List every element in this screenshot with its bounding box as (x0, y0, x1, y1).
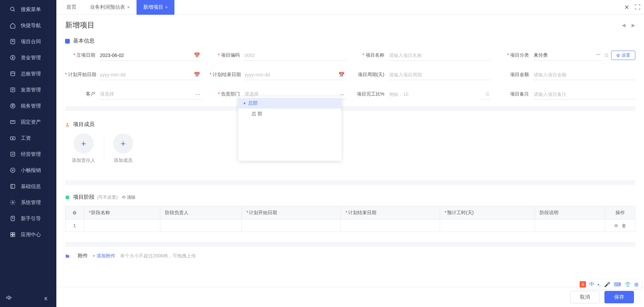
text-input[interactable] (533, 89, 635, 100)
sidebar-item-funds[interactable]: 资金管理 (0, 50, 56, 66)
close-icon[interactable]: ✕ (624, 4, 629, 11)
dropdown-item-child[interactable]: 总 部 (238, 109, 341, 119)
th-end: *计划结束日期 (341, 206, 440, 220)
sidebar-item-tax[interactable]: 税务管理 (0, 98, 56, 114)
add-owner-button[interactable]: + (73, 133, 94, 154)
tab-profit[interactable]: 业务利润预估表× (83, 0, 137, 15)
label: 项目金额 (499, 72, 529, 78)
next-icon[interactable]: ▶ (632, 22, 635, 28)
field-remark: 项目备注 (499, 89, 635, 100)
ime-toolbox-icon[interactable]: ⊞ (634, 282, 639, 288)
tab-close-icon[interactable]: × (127, 5, 130, 10)
footer: 取消 保存 (56, 287, 644, 307)
sidebar-item-expense[interactable]: 小畅报销 (0, 162, 56, 178)
sidebar-search[interactable]: 搜索菜单 (0, 0, 56, 17)
more-icon[interactable]: ⋯ (195, 91, 200, 97)
sidebar-item-operation[interactable]: 经营管理 (0, 146, 56, 162)
collapse-icon[interactable] (44, 296, 50, 302)
ime-mic-icon[interactable]: 🎤 (604, 282, 610, 288)
file-icon (9, 38, 16, 45)
date-input[interactable]: yyyy-mm-dd📅 (244, 69, 346, 80)
expense-icon (9, 167, 16, 174)
select-input[interactable]: 未分类﹀？⃝ (533, 50, 602, 61)
section-attach: 附件 + 添加附件 单个大小不超过200MB，可拖拽上传 (65, 242, 635, 265)
text-input[interactable] (533, 69, 635, 80)
help-icon[interactable]: ？⃝ (486, 91, 489, 97)
dept-dropdown: ▼ 总部 总 部 (238, 97, 341, 161)
invoice-icon (9, 86, 16, 93)
date-input[interactable]: yyyy-mm-dd📅 (99, 69, 202, 80)
sidebar-item-salary[interactable]: 工资 (0, 130, 56, 146)
prev-icon[interactable]: ◀ (622, 22, 626, 28)
fullscreen-icon[interactable]: ⛶ (635, 4, 641, 11)
add-attachment-button[interactable]: + 添加附件 (93, 253, 115, 259)
sidebar-label: 资金管理 (21, 55, 41, 61)
label: *项目编码 (210, 52, 240, 58)
clear-button[interactable]: ⟲ 清除 (122, 194, 136, 200)
tab-home[interactable]: 首页 (60, 0, 83, 15)
help-icon[interactable]: ？⃝ (605, 52, 608, 58)
sidebar-item-invoice[interactable]: 发票管理 (0, 82, 56, 98)
sidebar-item-system[interactable]: 系统管理 (0, 194, 56, 210)
section-icon (65, 39, 70, 44)
sidebar-item-assets[interactable]: 固定资产 (0, 114, 56, 130)
save-button[interactable]: 保存 (604, 291, 634, 303)
tab-newproject[interactable]: 新增项目× (137, 0, 175, 15)
ime-cn-icon[interactable]: 中 (589, 281, 594, 288)
ime-logo-icon[interactable]: S (580, 281, 586, 288)
add-member-button[interactable]: + (113, 133, 133, 154)
sidebar-label: 基础信息 (21, 183, 41, 190)
settings-button[interactable]: ⚙设置 (611, 51, 635, 60)
cell-owner[interactable] (160, 220, 241, 232)
sidebar-item-contract[interactable]: 项目合同 (0, 34, 56, 50)
caret-down-icon: ▼ (243, 102, 246, 105)
add-label: 添加责任人 (72, 158, 95, 164)
text-input[interactable]: ？⃝ (388, 89, 491, 100)
calendar-icon[interactable]: 📅 (338, 72, 345, 78)
settings-icon[interactable] (6, 296, 13, 302)
sidebar-item-guide[interactable]: 新手引导 (0, 210, 56, 227)
sidebar-item-ledger[interactable]: 总账管理 (0, 66, 56, 82)
select-input[interactable]: 请选择⋯ (99, 89, 202, 100)
sidebar-label: 应用中心 (21, 232, 41, 238)
calendar-icon[interactable]: 📅 (194, 52, 200, 58)
sidebar-label: 快捷导航 (21, 22, 41, 29)
field-plan-start: *计划开始日期 yyyy-mm-dd📅 (65, 69, 202, 80)
cell-desc[interactable] (535, 220, 605, 232)
text-input[interactable] (388, 50, 491, 61)
sidebar-label: 工资 (21, 135, 31, 141)
svg-point-26 (67, 123, 68, 125)
sidebar-item-apps[interactable]: 应用中心 (0, 227, 56, 243)
sidebar-label: 小畅报销 (21, 167, 41, 174)
field-proj-name: *项目名称 (354, 50, 491, 61)
cell-start[interactable] (241, 220, 340, 232)
divider (104, 135, 104, 162)
th-action: 操作 (605, 206, 635, 220)
date-input[interactable]: 2023-06-02📅 (99, 50, 202, 61)
sidebar-item-quicknav[interactable]: 快捷导航 (0, 17, 56, 34)
text-input[interactable] (388, 69, 491, 80)
add-row-icon[interactable]: ⊕ (614, 223, 618, 228)
ime-keyboard-icon[interactable]: ⌨ (614, 282, 621, 288)
ime-skin-icon[interactable]: 👕 (625, 282, 631, 288)
attach-hint: 单个大小不超过200MB，可拖拽上传 (120, 253, 196, 259)
sidebar-label: 经营管理 (21, 151, 41, 158)
cell-end[interactable] (341, 220, 440, 232)
svg-rect-6 (11, 72, 15, 76)
cell-name[interactable] (84, 220, 160, 232)
cancel-button[interactable]: 取消 (570, 291, 600, 303)
delete-row-icon[interactable]: 🗑 (622, 223, 626, 228)
ime-punct-icon[interactable]: •, (598, 282, 601, 287)
th-gear[interactable]: ⚙ (65, 206, 84, 220)
calendar-icon[interactable]: 📅 (194, 72, 200, 78)
text-input[interactable] (244, 50, 346, 61)
svg-line-1 (13, 10, 15, 11)
page-header: 新增项目 ◀ ▶ (56, 15, 644, 36)
page-title: 新增项目 (65, 20, 95, 30)
sidebar-item-basedata[interactable]: 基础信息 (0, 178, 56, 194)
label: 项目完工比% (354, 91, 384, 97)
tab-close-icon[interactable]: × (165, 5, 168, 10)
cell-hours[interactable] (440, 220, 535, 232)
dropdown-item-parent[interactable]: ▼ 总部 (238, 98, 341, 109)
table-row[interactable]: 1 ⊕ 🗑 (65, 220, 635, 232)
